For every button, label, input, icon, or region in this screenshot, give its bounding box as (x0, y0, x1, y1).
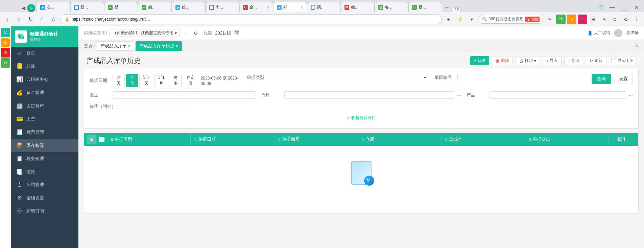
sidebar-item-payroll[interactable]: 💳 工资 (11, 112, 78, 126)
sidebar-item-finance[interactable]: 💰 资金管理 (11, 86, 78, 99)
note-detail-input[interactable] (119, 103, 186, 110)
chevron-down-icon[interactable]: ▾ (467, 15, 476, 24)
tab-t1[interactable]: ◉ 在... (37, 2, 70, 12)
tab-t12[interactable]: S 目... (408, 2, 442, 12)
sidebar-item-base-settings[interactable]: ⚙ 基础设置 (11, 191, 78, 204)
breadcrumb-close-btn[interactable]: ✕ (635, 43, 639, 48)
grid-icon[interactable]: ⊞ (444, 15, 453, 24)
date-btn-more[interactable]: 更多 (170, 74, 182, 87)
add-tab-button[interactable]: + (442, 3, 452, 12)
sun-icon[interactable]: ☀ (599, 15, 609, 24)
tab-t4[interactable]: ✦ 易... (138, 2, 172, 12)
tab-voucher-list-close[interactable]: × (128, 44, 130, 48)
note-input[interactable] (113, 91, 256, 99)
sidebar-item-reports[interactable]: 📊 云报表中心 (11, 73, 78, 86)
maximize-button[interactable]: ⬜ (620, 3, 629, 12)
sidebar-item-tax[interactable]: 📋 税务管理 (11, 152, 78, 165)
tab-t7-close[interactable]: × (267, 5, 269, 10)
back-button[interactable]: ‹ (3, 15, 12, 24)
bookmark-orange[interactable]: ⭐ (1, 38, 10, 47)
bookmark-chanjet[interactable]: C (1, 28, 10, 37)
breadcrumb-home[interactable]: 首页 (84, 43, 93, 49)
tab-t6[interactable]: 📄 个... (206, 2, 239, 12)
sidebar-item-home[interactable]: ⌂ 首页 (11, 47, 78, 60)
th-voucher-date[interactable]: ⇅ 单据日期 (190, 134, 274, 145)
more-icon[interactable]: ⋮ (632, 15, 641, 24)
tab-t10[interactable]: M 畅... (341, 2, 375, 12)
sidebar-item-inventory[interactable]: 📦 库存核算 (11, 139, 78, 152)
collapse-button[interactable]: ∧ 收起更多条件 (345, 113, 378, 123)
sidebar-label-inventory: 库存核算 (26, 142, 44, 149)
th-voucher-status[interactable]: ⇅ 单据状态 (525, 134, 609, 145)
company-select[interactable]: （勿删勿禁用）江西服宝测试专用 ▾ (110, 29, 180, 37)
sidebar-item-archive[interactable]: 🗄 归档管理 (11, 178, 78, 191)
tab-voucher-history[interactable]: 产成品入库单历史 × (136, 41, 182, 51)
date-btn-custom[interactable]: 自定义 (183, 74, 198, 87)
tab-t3[interactable]: ✦ 易... (104, 2, 138, 12)
th-warehouse[interactable]: ⇅ 仓库 (358, 134, 441, 145)
settings-button[interactable]: 设置 (614, 74, 633, 84)
logo-text: 畅捷通好会计 (30, 31, 58, 37)
tab-t11[interactable]: ▦ 各... (375, 2, 408, 12)
tab-t9[interactable]: 📄 腾... (307, 2, 341, 12)
date-btn-7days[interactable]: 近7天 (139, 74, 153, 87)
yuan-icon[interactable]: ¥ (567, 15, 576, 24)
bookmark-weibo[interactable]: 微 (1, 48, 10, 58)
th-total-cost[interactable]: ⇅ 总成本 (441, 134, 525, 145)
add-company-button[interactable]: + (183, 29, 191, 37)
tab-voucher-history-close[interactable]: × (176, 44, 178, 48)
forward-button[interactable]: › (14, 15, 24, 24)
tab-t8[interactable]: ☁ 好... × (273, 2, 307, 12)
delete-button[interactable]: 🗑 删除 (492, 56, 513, 65)
support-link[interactable]: 👤 人工咨询 (588, 30, 610, 36)
minimize-button[interactable]: — (607, 3, 617, 12)
product-input[interactable] (490, 91, 626, 99)
warehouse-input[interactable] (284, 91, 454, 99)
settings-icon[interactable]: ⚙ (621, 15, 630, 24)
tab-t5[interactable]: ☁ 好... (172, 2, 206, 12)
sidebar-item-ledger[interactable]: 📒 总账 (11, 60, 78, 73)
tab-voucher-list[interactable]: 产成品入库单 × (97, 41, 134, 51)
scissors-icon[interactable]: ✂ (545, 15, 555, 24)
tab-t2[interactable]: 📄 新... (70, 2, 104, 12)
table-checkbox[interactable] (99, 137, 104, 142)
lightning-icon[interactable]: ⚡ (455, 15, 465, 24)
voucher-no-input[interactable] (457, 74, 586, 81)
voucher-type-select[interactable]: ▾ (270, 74, 429, 81)
import-button[interactable]: ↓ 导入 (543, 56, 562, 65)
bookmark-mail[interactable]: ✉ (1, 58, 10, 68)
sidebar-item-settle[interactable]: 📑 结账 (11, 165, 78, 178)
sidebar-item-invoice[interactable]: 🧾 发票管理 (11, 126, 78, 139)
home-button[interactable]: ⌂ (37, 15, 47, 24)
date-btn-today[interactable]: 今天 (126, 74, 138, 87)
sidebar-item-fixed-assets[interactable]: 🏢 固定资产 (11, 99, 78, 112)
translate-icon[interactable]: 译 (556, 15, 566, 24)
reload-button[interactable]: ↻ (26, 15, 35, 24)
game-icon[interactable]: 🎮 (578, 15, 587, 24)
company-settings-icon[interactable]: ⚙ (194, 30, 198, 36)
layout-icon[interactable]: ⊞ (589, 15, 598, 24)
export-button[interactable]: ↑ 导出 (564, 56, 583, 65)
query-button[interactable]: 查询 (592, 74, 611, 84)
bookmark-button[interactable]: ☆ (49, 15, 58, 24)
period-calendar-icon[interactable]: 📅 (234, 30, 239, 36)
show-detail-button[interactable]: 显示明细 (609, 56, 636, 65)
refresh-button[interactable]: ↻ 刷新 (586, 56, 606, 65)
warehouse-dots[interactable]: ··· (457, 92, 461, 98)
undo-icon[interactable]: ↺ (610, 15, 620, 24)
tab-t7[interactable]: C 企... × (239, 2, 273, 12)
tab-t8-close[interactable]: × (301, 5, 303, 10)
print-button[interactable]: 🖨 打印 ▾ (516, 56, 540, 65)
search-bar[interactable]: 🔍 360智能抠图免费用 🔥 热搜 (478, 15, 543, 24)
date-btn-1month[interactable]: 近1月 (154, 74, 168, 87)
th-voucher-type[interactable]: ⇅ 单据类型 (107, 134, 190, 145)
url-bar[interactable]: 🔒 https://cloud.chanjet.com/accounting/u… (60, 14, 442, 24)
table-settings-icon[interactable]: ⚙ (87, 135, 96, 144)
close-button[interactable]: ✕ (632, 3, 641, 12)
browser-back-icon[interactable]: ◀ (20, 5, 26, 11)
product-dots[interactable]: ··· (629, 92, 633, 98)
date-btn-yesterday[interactable]: 昨天 (113, 74, 125, 87)
add-button[interactable]: + 新增 (470, 56, 489, 65)
th-voucher-no[interactable]: ⇅ 单据编号 (274, 134, 358, 145)
sidebar-item-add-subscription[interactable]: ➕ 新增订阅 (11, 204, 78, 218)
